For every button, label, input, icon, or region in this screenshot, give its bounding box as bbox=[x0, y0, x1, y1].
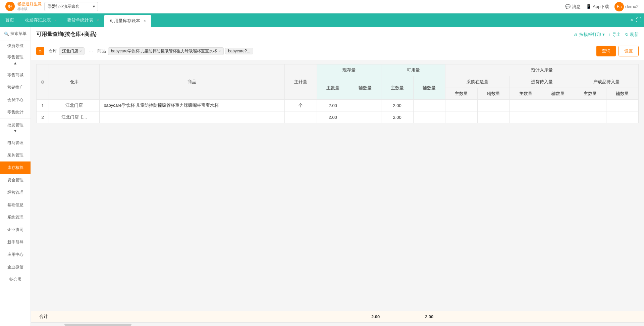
page-header-actions: 🖨 按模板打印 ▾ ↑ 导出 ↻ 刷新 bbox=[574, 32, 639, 42]
print-btn[interactable]: 🖨 按模板打印 ▾ bbox=[574, 32, 605, 38]
sidebar-item-wholesale[interactable]: 批发管理 ▼ bbox=[0, 119, 31, 137]
logo-icon: 好 bbox=[5, 2, 15, 11]
tab-close-0[interactable]: × bbox=[54, 18, 56, 22]
row-purchase-main-0 bbox=[445, 100, 478, 111]
filter-bar: » 仓库 江北门店 × ··· 商品 babycare学饮杯 儿童防摔防撞吸管杯… bbox=[31, 42, 644, 60]
top-bar-right: 💬 消息 📱 App下载 Ea demo2 bbox=[565, 2, 639, 11]
filter-expand-btn[interactable]: » bbox=[36, 47, 44, 55]
avail-main-qty-header: 主数量 bbox=[381, 76, 413, 100]
row-product-0: babycare学饮杯 儿童防摔防撞吸管杯重力球吸嘴杯宝宝水杯 bbox=[100, 100, 285, 111]
tab-close-1[interactable]: × bbox=[97, 18, 99, 22]
row-product-main-1 bbox=[574, 111, 606, 123]
tab-collection-summary[interactable]: 收发存汇总表 × bbox=[19, 13, 62, 27]
tab-inventory-book[interactable]: 可用量库存账本 × bbox=[104, 15, 151, 27]
horizontal-scrollbar[interactable] bbox=[31, 323, 644, 326]
search-menu-btn[interactable]: 🔍 搜索菜单 bbox=[3, 30, 28, 38]
row-avail-main-0: 2.00 bbox=[381, 100, 413, 111]
row-index-1: 2 bbox=[37, 111, 49, 123]
system-label: 系统管理 bbox=[7, 215, 23, 220]
sidebar-item-basic[interactable]: 基础信息 bbox=[0, 199, 31, 211]
query-btn[interactable]: 查询 bbox=[596, 46, 616, 56]
username: demo2 bbox=[625, 4, 639, 9]
row-index-0: 1 bbox=[37, 100, 49, 111]
sidebar-item-inventory[interactable]: 库存核算 bbox=[0, 161, 31, 174]
export-btn[interactable]: ↑ 导出 bbox=[609, 32, 621, 38]
sidebar-item-retail-mall[interactable]: 零售商城 bbox=[0, 69, 31, 81]
tab-close-2[interactable]: × bbox=[144, 19, 146, 23]
avail-aux-qty-header: 辅数量 bbox=[413, 76, 445, 100]
nav-close-btn[interactable]: × bbox=[630, 17, 633, 23]
sidebar-item-finance[interactable]: 资金管理 bbox=[0, 174, 31, 186]
row-avail-main-1: 2.00 bbox=[381, 111, 413, 123]
row-product-1 bbox=[100, 111, 285, 123]
company-name: 母婴行业演示账套 bbox=[47, 4, 79, 9]
row-unit-1 bbox=[284, 111, 317, 123]
message-btn[interactable]: 💬 消息 bbox=[565, 4, 581, 10]
row-inbound-aux-1 bbox=[542, 111, 574, 123]
product-tag-1-value: babycare学饮杯 儿童防摔防撞吸管杯重力球吸嘴杯宝宝水杯 bbox=[111, 48, 217, 54]
company-selector[interactable]: 母婴行业演示账套 ▾ bbox=[44, 2, 98, 11]
business-label: 经营管理 bbox=[7, 190, 23, 195]
sidebar-item-system[interactable]: 系统管理 bbox=[0, 211, 31, 224]
row-stock-aux-0 bbox=[349, 100, 381, 111]
user-info[interactable]: Ea demo2 bbox=[614, 2, 639, 11]
export-icon: ↑ bbox=[609, 32, 611, 37]
row-stock-main-1: 2.00 bbox=[317, 111, 349, 123]
warehouse-tag-close[interactable]: × bbox=[79, 49, 82, 53]
row-purchase-aux-0 bbox=[478, 100, 510, 111]
message-icon: 💬 bbox=[565, 4, 571, 9]
refresh-label: 刷新 bbox=[630, 32, 639, 38]
sidebar-item-business[interactable]: 经营管理 bbox=[0, 186, 31, 199]
app-download-btn[interactable]: 📱 App下载 bbox=[586, 4, 609, 10]
warehouse-tag[interactable]: 江北门店 × bbox=[59, 47, 85, 55]
sidebar-item-ecommerce[interactable]: 电商管理 bbox=[0, 137, 31, 149]
row-warehouse-1: 江北门店【... bbox=[49, 111, 100, 123]
row-purchase-main-1 bbox=[445, 111, 478, 123]
sidebar-quick-nav[interactable]: 快捷导航 bbox=[0, 41, 31, 51]
refresh-btn[interactable]: ↻ 刷新 bbox=[625, 32, 639, 38]
table-area: ⚙ 仓库 商品 主计量 现存量 可用量 预计入库量 主数量 辅数量 主数量 辅数… bbox=[31, 60, 644, 311]
row-product-aux-0 bbox=[606, 100, 639, 111]
basic-label: 基础信息 bbox=[7, 202, 23, 208]
setting-btn[interactable]: 设置 bbox=[619, 46, 639, 56]
app-download-label: App下载 bbox=[593, 4, 609, 10]
product-tags: babycare学饮杯 儿童防摔防撞吸管杯重力球吸嘴杯宝宝水杯 × babyca… bbox=[108, 47, 253, 55]
sidebar-item-purchase[interactable]: 采购管理 bbox=[0, 149, 31, 161]
inventory-label: 库存核算 bbox=[7, 165, 23, 171]
gear-icon[interactable]: ⚙ bbox=[41, 80, 45, 85]
filter-more-1[interactable]: ··· bbox=[89, 48, 93, 54]
retail-mgmt-label: 零售管理 bbox=[7, 54, 23, 60]
sidebar-item-enterprise-wechat[interactable]: 企业微信 bbox=[0, 261, 31, 273]
product-tag-2[interactable]: babycare?... bbox=[225, 48, 253, 54]
print-chevron: ▾ bbox=[602, 32, 605, 37]
row-unit-0: 个 bbox=[284, 100, 317, 111]
sidebar-item-retail-stats[interactable]: 零售统计 bbox=[0, 106, 31, 119]
sidebar-item-marketing[interactable]: 营销推广 bbox=[0, 81, 31, 94]
sidebar-item-enterprise[interactable]: 企业协同 bbox=[0, 224, 31, 236]
purchase-main-qty-header: 主数量 bbox=[445, 88, 478, 100]
tab-home[interactable]: 首页 bbox=[0, 13, 19, 27]
member-label: 会员中心 bbox=[7, 97, 23, 103]
phone-icon: 📱 bbox=[586, 4, 591, 9]
product-tag-1-close[interactable]: × bbox=[218, 49, 220, 53]
sidebar-item-app-center[interactable]: 应用中心 bbox=[0, 248, 31, 261]
inbound-main-qty-header: 主数量 bbox=[510, 88, 542, 100]
product-filter-label: 商品 bbox=[97, 48, 106, 54]
enterprise-wechat-label: 企业微信 bbox=[7, 264, 23, 270]
sidebar-item-member[interactable]: 会员中心 bbox=[0, 94, 31, 106]
warehouse-tag-value: 江北门店 bbox=[62, 48, 78, 54]
inbound-aux-qty-header: 辅数量 bbox=[542, 88, 574, 100]
sidebar-item-new-guide[interactable]: 新手引导 bbox=[0, 236, 31, 248]
sidebar-item-member2[interactable]: 畅会员 bbox=[0, 273, 31, 286]
tab-order-stats[interactable]: 要货单统计表 × bbox=[62, 13, 104, 27]
sidebar-item-retail-mgmt[interactable]: 零售管理 ▲ bbox=[0, 51, 31, 69]
scrollbar-thumb[interactable] bbox=[64, 324, 131, 326]
product-tag-1[interactable]: babycare学饮杯 儿童防摔防撞吸管杯重力球吸嘴杯宝宝水杯 × bbox=[108, 47, 224, 55]
export-label: 导出 bbox=[612, 32, 621, 38]
product-tag-2-value: babycare?... bbox=[228, 49, 250, 53]
warehouse-filter-label: 仓库 bbox=[48, 48, 57, 54]
page-title: 可用量查询(按仓库+商品) bbox=[36, 31, 97, 42]
sidebar-group-wholesale: 批发管理 ▼ 电商管理 采购管理 库存核算 资金管理 经营管理 基础信息 系 bbox=[0, 119, 31, 286]
nav-expand-btn[interactable]: ⛶ bbox=[636, 17, 641, 23]
current-stock-col-header: 现存量 bbox=[317, 64, 381, 76]
